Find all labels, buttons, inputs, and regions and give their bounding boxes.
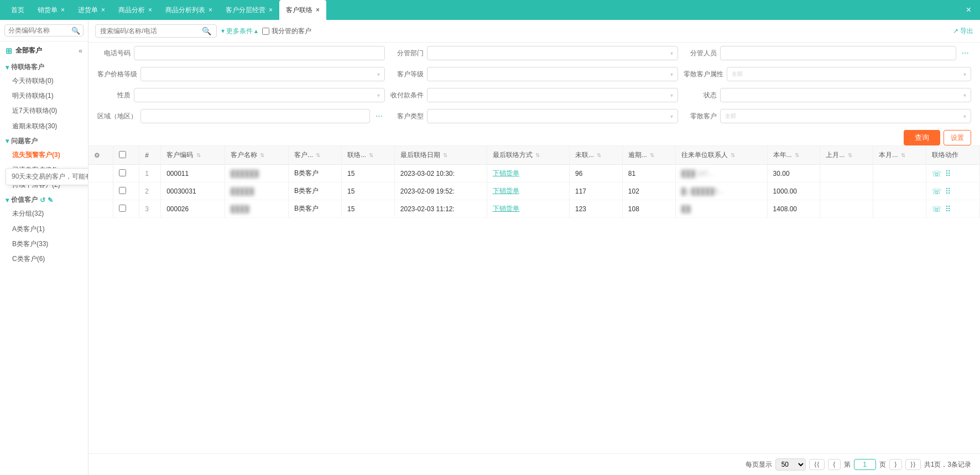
row-last-method[interactable]: 下销货单: [487, 165, 569, 182]
col-this-year-header[interactable]: 本年... ⇅: [767, 146, 820, 165]
page-number-input[interactable]: [854, 459, 876, 470]
search-submit-icon[interactable]: 🔍: [202, 27, 211, 35]
sidebar-item-ungrouped[interactable]: 未分组(32): [0, 206, 88, 221]
next-page-btn[interactable]: ⟩: [889, 459, 902, 470]
col-uncontacted-header[interactable]: 未联... ⇅: [569, 146, 622, 165]
filter-phone-input[interactable]: [134, 46, 385, 60]
sidebar-item-overdue[interactable]: 逾期未联络(30): [0, 119, 88, 134]
sidebar-item-7days[interactable]: 近7天待联络(0): [0, 103, 88, 118]
tab-customer-layer[interactable]: 客户分层经营 ×: [219, 0, 279, 20]
col-last-method-header[interactable]: 最后联络方式 ⇅: [487, 146, 569, 165]
filter-region-label: 区域（地区）: [97, 112, 137, 121]
col-contact-header[interactable]: 联络... ⇅: [341, 146, 394, 165]
sidebar-item-today[interactable]: 今天待联络(0): [0, 74, 88, 88]
col-overdue-header[interactable]: 逾期... ⇅: [622, 146, 675, 165]
filter-retail-attr-select[interactable]: 全部 ▾: [727, 67, 971, 81]
tab-customer-layer-close[interactable]: ×: [269, 6, 273, 14]
col-unit-contact-header[interactable]: 往来单位联系人 ⇅: [675, 146, 767, 165]
last-page-btn[interactable]: ⟩⟩: [905, 459, 921, 470]
filter-status-select[interactable]: ▾: [720, 88, 971, 102]
sidebar-item-tomorrow[interactable]: 明天待联络(1): [0, 88, 88, 103]
content-area: 🔍 ▾ 更多条件 ▴ 我分管的客户 ↗ 导出 电话号码: [88, 20, 980, 475]
filter-retail-value: 全部: [725, 112, 736, 120]
value-refresh-icon[interactable]: ↺: [40, 196, 45, 204]
col-code-header[interactable]: 客户编码 ⇅: [161, 146, 225, 165]
row-checkbox[interactable]: [113, 165, 139, 182]
export-button[interactable]: ↗ 导出: [953, 27, 973, 36]
filter-customer-level-select[interactable]: ▾: [427, 67, 678, 81]
action-more-icon[interactable]: ⠿: [945, 187, 951, 196]
col-last-month-header[interactable]: 上月... ⇅: [820, 146, 873, 165]
first-page-btn[interactable]: ⟨⟨: [809, 459, 825, 470]
filter-region-more[interactable]: ···: [373, 111, 385, 121]
filter-status: 状态 ▾: [684, 88, 971, 102]
total-records: 共1页，3条记录: [924, 460, 971, 469]
filter-region-input[interactable]: [140, 109, 370, 123]
sidebar-item-b-class[interactable]: B类客户(33): [0, 237, 88, 252]
row-overdue: 108: [622, 200, 675, 218]
my-customers-checkbox[interactable]: 我分管的客户: [262, 27, 311, 36]
tab-purchase-label: 进货单: [78, 6, 98, 15]
tab-home[interactable]: 首页: [4, 0, 31, 20]
tab-customer-contact[interactable]: 客户联络 ×: [279, 0, 326, 20]
query-button[interactable]: 查询: [904, 130, 940, 145]
filter-price-level-select[interactable]: ▾: [140, 67, 385, 81]
sidebar-all-customers[interactable]: ⊞ 全部客户 «: [0, 41, 88, 60]
tab-purchase-close[interactable]: ×: [101, 6, 105, 14]
filter-payment-select[interactable]: ▾: [427, 88, 678, 102]
row-contact: 15: [341, 182, 394, 200]
col-type-header[interactable]: 客户... ⇅: [289, 146, 342, 165]
value-edit-icon[interactable]: ✎: [48, 196, 53, 204]
filter-retail-select[interactable]: 全部 ▾: [720, 109, 971, 123]
customer-table: ⚙ # 客户编码 ⇅ 客户名称 ⇅ 客户... ⇅ 联络: [88, 146, 980, 218]
row-checkbox[interactable]: [113, 182, 139, 200]
action-more-icon[interactable]: ⠿: [945, 169, 951, 178]
tab-analysis-list-close[interactable]: ×: [208, 6, 212, 14]
filter-nature-select[interactable]: ▾: [134, 88, 385, 102]
row-checkbox[interactable]: [113, 200, 139, 218]
sidebar-search-icon: 🔍: [71, 27, 80, 35]
action-contact-icon[interactable]: ☏: [932, 169, 942, 178]
col-checkbox-header[interactable]: [113, 146, 139, 165]
settings-button[interactable]: 设置: [943, 130, 971, 145]
tab-customer-contact-close[interactable]: ×: [316, 6, 320, 14]
my-customers-check[interactable]: [262, 28, 269, 35]
action-contact-icon[interactable]: ☏: [932, 205, 942, 213]
filter-dept-select[interactable]: ▾: [427, 46, 678, 60]
col-last-date-header[interactable]: 最后联络日期 ⇅: [394, 146, 487, 165]
row-last-method[interactable]: 下销货单: [487, 182, 569, 200]
sidebar-item-a-class[interactable]: A类客户(1): [0, 222, 88, 237]
row-this-year: 1000.00: [767, 182, 820, 200]
tab-analysis[interactable]: 商品分析 ×: [112, 0, 159, 20]
problem-section-label: 问题客户: [11, 137, 38, 146]
row-last-method[interactable]: 下销货单: [487, 200, 569, 218]
sidebar-section-problem[interactable]: ▾ 问题客户: [0, 134, 88, 148]
tab-purchase[interactable]: 进货单 ×: [71, 0, 112, 20]
filter-manager-input[interactable]: [720, 46, 956, 60]
col-name-header[interactable]: 客户名称 ⇅: [225, 146, 288, 165]
filter-customer-type-select[interactable]: ▾: [427, 109, 678, 123]
per-page-select[interactable]: 10 20 50 100: [775, 458, 806, 471]
select-all-checkbox[interactable]: [119, 151, 126, 158]
sidebar-item-c-class[interactable]: C类客户(6): [0, 252, 88, 267]
row-code: 000026: [161, 200, 225, 218]
per-page-label: 每页显示: [746, 460, 772, 469]
col-code-sort: ⇅: [196, 152, 201, 158]
col-this-month-header[interactable]: 本月... ⇅: [873, 146, 926, 165]
action-more-icon[interactable]: ⠿: [945, 205, 951, 213]
sidebar-section-pending[interactable]: ▾ 待联络客户: [0, 60, 88, 74]
search-input[interactable]: [100, 27, 200, 35]
tab-analysis-list[interactable]: 商品分析列表 ×: [159, 0, 219, 20]
sidebar-section-value[interactable]: ▾ 价值客户 ↺ ✎: [0, 192, 88, 206]
filter-retail-label: 零散客户: [684, 112, 717, 121]
col-settings-header[interactable]: ⚙: [88, 146, 113, 165]
tab-sales-close[interactable]: ×: [61, 6, 65, 14]
tab-sales[interactable]: 销货单 ×: [31, 0, 71, 20]
window-close-button[interactable]: ×: [962, 5, 976, 15]
sidebar-item-churn-warning[interactable]: 流失预警客户(3): [0, 148, 88, 163]
tab-analysis-close[interactable]: ×: [148, 6, 152, 14]
prev-page-btn[interactable]: ⟨: [828, 459, 841, 470]
more-conditions-btn[interactable]: ▾ 更多条件 ▴: [221, 27, 258, 36]
action-contact-icon[interactable]: ☏: [932, 187, 942, 196]
filter-manager-more[interactable]: ···: [960, 48, 971, 58]
